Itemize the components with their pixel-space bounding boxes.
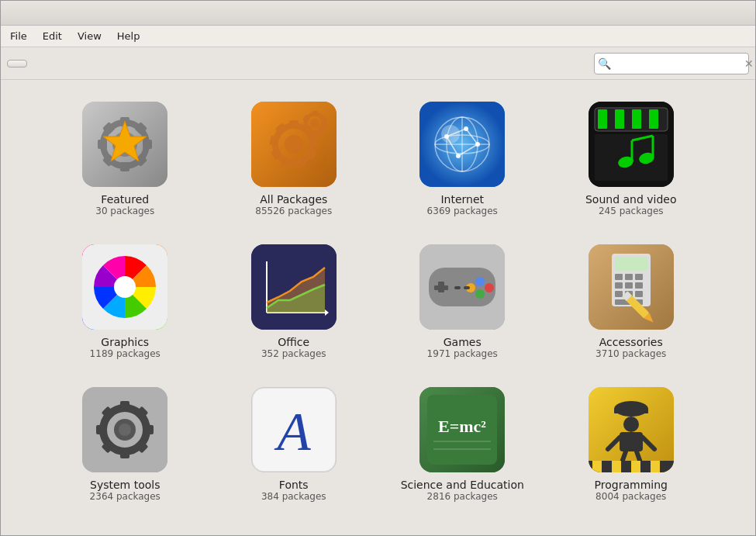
- svg-rect-26: [312, 111, 318, 116]
- category-count-fonts: 384 packages: [261, 491, 326, 502]
- svg-rect-86: [635, 282, 643, 289]
- category-name-fonts: Fonts: [279, 479, 309, 491]
- category-name-games: Games: [444, 336, 482, 348]
- svg-rect-124: [592, 461, 602, 472]
- svg-rect-17: [309, 136, 318, 147]
- category-item-games[interactable]: Games1971 packages: [382, 238, 544, 365]
- category-count-accessories: 3710 packages: [595, 348, 666, 359]
- category-count-science: 2816 packages: [427, 491, 498, 502]
- categories-button[interactable]: [7, 60, 27, 67]
- search-clear-button[interactable]: ✕: [744, 57, 754, 70]
- category-item-system-tools[interactable]: System tools2364 packages: [45, 381, 206, 508]
- menu-help[interactable]: Help: [111, 29, 147, 43]
- category-icon-internet: [419, 102, 505, 187]
- svg-rect-82: [625, 274, 633, 280]
- category-count-office: 352 packages: [261, 348, 326, 359]
- minimize-button[interactable]: [699, 7, 712, 19]
- title-bar: [1, 1, 755, 26]
- svg-rect-9: [98, 140, 107, 149]
- category-count-internet: 6369 packages: [427, 206, 498, 216]
- category-icon-graphics: [82, 244, 167, 330]
- category-item-featured[interactable]: Featured30 packages: [45, 95, 206, 223]
- svg-point-61: [114, 276, 136, 298]
- menu-view[interactable]: View: [71, 29, 108, 43]
- category-item-sound-video[interactable]: Sound and video245 packages: [551, 95, 712, 223]
- category-name-graphics: Graphics: [101, 336, 149, 348]
- category-name-system-tools: System tools: [90, 479, 160, 491]
- category-icon-office: [251, 244, 337, 330]
- svg-rect-15: [289, 120, 299, 128]
- svg-rect-51: [632, 109, 641, 129]
- categories-grid: Featured30 packages: [45, 95, 712, 508]
- category-name-accessories: Accessories: [599, 336, 663, 348]
- search-icon: 🔍: [598, 57, 611, 70]
- svg-rect-104: [96, 425, 107, 434]
- category-item-programming[interactable]: Programming8004 packages: [551, 381, 712, 508]
- svg-rect-126: [631, 461, 640, 472]
- svg-rect-76: [454, 286, 461, 289]
- category-item-graphics[interactable]: Graphics1189 packages: [45, 238, 206, 365]
- category-name-all-packages: All Packages: [260, 193, 327, 206]
- search-input[interactable]: [614, 57, 744, 69]
- svg-rect-71: [434, 285, 448, 290]
- svg-rect-85: [625, 282, 633, 289]
- category-name-sound-video: Sound and video: [585, 193, 677, 206]
- svg-rect-81: [615, 274, 623, 280]
- category-count-system-tools: 2364 packages: [90, 491, 161, 502]
- svg-rect-100: [143, 425, 154, 434]
- category-item-accessories[interactable]: Accessories3710 packages: [551, 238, 712, 365]
- svg-point-38: [441, 125, 460, 144]
- svg-rect-87: [615, 291, 623, 297]
- svg-rect-125: [612, 461, 621, 472]
- svg-rect-89: [635, 291, 643, 297]
- svg-point-72: [475, 277, 485, 286]
- menu-edit[interactable]: Edit: [36, 29, 68, 43]
- svg-rect-84: [615, 282, 623, 289]
- menu-file[interactable]: File: [4, 29, 33, 43]
- svg-rect-118: [620, 432, 643, 451]
- svg-point-117: [623, 417, 639, 432]
- category-icon-featured: [82, 102, 167, 187]
- svg-rect-5: [143, 140, 152, 149]
- category-item-all-packages[interactable]: All Packages85526 packages: [213, 95, 375, 223]
- svg-point-73: [485, 283, 494, 292]
- svg-rect-116: [614, 409, 648, 413]
- category-name-science: Science and Education: [401, 479, 524, 491]
- category-count-graphics: 1189 packages: [90, 348, 161, 359]
- category-icon-accessories: [589, 244, 674, 330]
- category-icon-science: E=mc²: [419, 387, 505, 472]
- content-area: Featured30 packages: [1, 80, 755, 535]
- category-item-fonts[interactable]: A Fonts384 packages: [213, 381, 375, 508]
- category-count-sound-video: 245 packages: [599, 206, 664, 216]
- svg-rect-80: [615, 257, 647, 271]
- svg-text:A: A: [274, 402, 311, 462]
- category-count-featured: 30 packages: [95, 206, 154, 216]
- svg-rect-77: [464, 286, 470, 289]
- category-item-internet[interactable]: Internet6369 packages: [382, 95, 544, 223]
- category-name-programming: Programming: [595, 479, 668, 491]
- close-button[interactable]: [737, 7, 749, 19]
- svg-point-106: [119, 424, 131, 436]
- toolbar: 🔍 ✕: [1, 47, 755, 80]
- svg-point-14: [285, 135, 303, 154]
- svg-rect-50: [615, 109, 624, 129]
- category-name-office: Office: [278, 336, 309, 348]
- category-count-games: 1971 packages: [427, 348, 498, 359]
- svg-rect-52: [649, 109, 658, 129]
- svg-rect-102: [120, 448, 129, 458]
- window-controls: [699, 7, 749, 19]
- category-icon-programming: [589, 387, 674, 472]
- category-icon-all-packages: [251, 102, 337, 187]
- svg-rect-7: [120, 162, 129, 171]
- menu-bar: File Edit View Help: [1, 26, 755, 47]
- category-icon-fonts: A: [251, 387, 337, 472]
- maximize-button[interactable]: [718, 7, 730, 19]
- category-item-science[interactable]: E=mc² Science and Education2816 packages: [382, 381, 544, 508]
- svg-point-25: [310, 119, 319, 128]
- category-item-office[interactable]: Office352 packages: [213, 238, 375, 365]
- svg-rect-83: [635, 274, 643, 280]
- main-window: File Edit View Help 🔍 ✕: [0, 0, 756, 536]
- svg-rect-22: [269, 136, 278, 147]
- category-icon-sound-video: [589, 102, 674, 187]
- svg-point-74: [475, 289, 485, 299]
